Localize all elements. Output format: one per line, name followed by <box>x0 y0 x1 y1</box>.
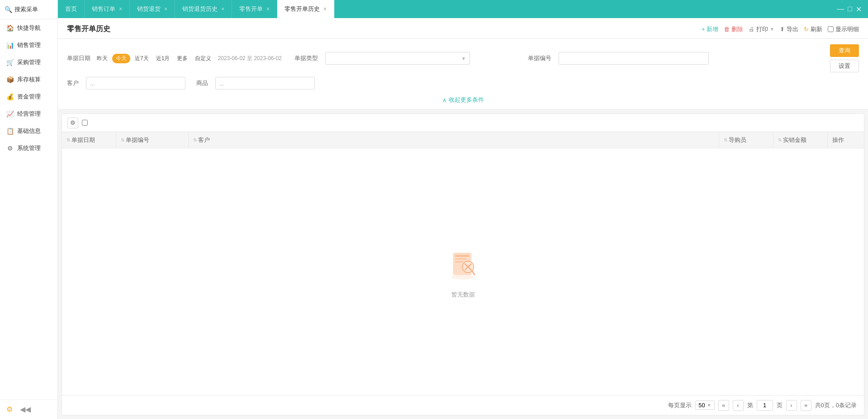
th-customer-sort-icon[interactable]: ⇅ <box>193 137 197 142</box>
refresh-button[interactable]: ↻ 刷新 <box>804 25 822 33</box>
sidebar: 🔍 搜索采单 🏠 快捷导航 📊 销售管理 🛒 采购管理 📦 库存核算 💰 资金管… <box>0 0 58 419</box>
svg-rect-3 <box>455 259 466 260</box>
filter-row-1: 单据日期 昨天 今天 近7天 近1月 更多 自定义 2023-06-02 至 2… <box>67 44 859 72</box>
main-area: 首页 销售订单 × 销货退货 × 销货退货历史 × 零售开单 × 零售开单历史 … <box>58 0 868 419</box>
pagination: 每页显示 50 ▼ « ‹ 第 页 › » <box>62 395 864 415</box>
sidebar-item-purchase-mgmt[interactable]: 🛒 采购管理 <box>0 54 57 71</box>
customer-input[interactable]: ... <box>86 77 185 89</box>
query-button[interactable]: 查询 <box>830 44 859 57</box>
page-size-select[interactable]: 50 ▼ <box>695 400 714 410</box>
inventory-icon: 📦 <box>6 76 14 83</box>
tab-retail-open-history-close[interactable]: × <box>323 6 327 12</box>
export-label: 导出 <box>787 25 798 33</box>
date-opt-7days[interactable]: 近7天 <box>132 54 152 63</box>
tab-sales-return[interactable]: 销货退货 × <box>130 0 175 18</box>
page-size-value: 50 <box>698 402 705 409</box>
tab-sales-return-label: 销货退货 <box>137 5 161 13</box>
collapse-row: ∧ 收起更多条件 <box>67 94 859 104</box>
column-settings-button[interactable]: ⚙ <box>67 118 78 128</box>
minimize-btn[interactable]: — <box>837 5 844 13</box>
svg-point-0 <box>451 275 475 280</box>
sidebar-item-sys-mgmt[interactable]: ⚙ 系统管理 <box>0 140 57 157</box>
delete-button[interactable]: 🗑 删除 <box>724 25 743 33</box>
th-amount-sort-icon[interactable]: ⇅ <box>778 137 782 142</box>
table-area: ⚙ ⇅ 单据日期 ⇅ 单据编号 ⇅ 客户 ⇅ 导购 <box>62 113 864 415</box>
empty-state: 暂无数据 <box>62 148 864 395</box>
empty-text: 暂无数据 <box>451 291 475 299</box>
content-area: 零售开单历史 + 新增 🗑 删除 🖨 打印 ▼ ⬆ 导出 <box>58 18 868 419</box>
tab-sales-return-close[interactable]: × <box>164 6 167 12</box>
tab-retail-open[interactable]: 零售开单 × <box>232 0 277 18</box>
last-page-button[interactable]: » <box>801 400 811 411</box>
tab-sales-return-history-close[interactable]: × <box>221 6 224 12</box>
svg-rect-4 <box>455 261 463 263</box>
sidebar-search-label: 搜索采单 <box>14 5 38 14</box>
select-all-checkbox[interactable] <box>82 120 88 126</box>
operation-icon: 📈 <box>6 110 14 118</box>
table-header: ⇅ 单据日期 ⇅ 单据编号 ⇅ 客户 ⇅ 导购员 ⇅ 实销金额 <box>62 132 864 148</box>
print-arrow-icon: ▼ <box>770 27 774 32</box>
empty-illustration <box>443 245 484 285</box>
close-app-btn[interactable]: ✕ <box>856 5 862 14</box>
tab-sales-order-label: 销售订单 <box>92 5 115 13</box>
tab-home[interactable]: 首页 <box>58 0 85 18</box>
sidebar-item-finance[interactable]: 💰 资金管理 <box>0 88 57 105</box>
prev-page-button[interactable]: ‹ <box>733 400 744 411</box>
date-opt-yesterday[interactable]: 昨天 <box>94 54 110 63</box>
goods-input[interactable]: ... <box>215 77 315 89</box>
tab-retail-open-close[interactable]: × <box>266 6 270 12</box>
print-icon: 🖨 <box>749 26 754 33</box>
tab-sales-order[interactable]: 销售订单 × <box>85 0 130 18</box>
sidebar-item-label: 库存核算 <box>17 75 41 84</box>
settings-bottom-icon[interactable]: ⚙ <box>6 405 13 414</box>
th-guide-sort-icon[interactable]: ⇅ <box>724 137 727 142</box>
sidebar-item-label: 经营管理 <box>17 110 41 118</box>
sys-icon: ⚙ <box>6 145 14 152</box>
th-date-label: 单据日期 <box>71 136 95 144</box>
customer-ellipsis: ... <box>90 80 95 87</box>
date-opt-today[interactable]: 今天 <box>112 54 130 63</box>
print-button[interactable]: 🖨 打印 ▼ <box>749 25 774 33</box>
collapse-button[interactable]: ∧ 收起更多条件 <box>442 96 484 104</box>
th-date-sort-icon[interactable]: ⇅ <box>66 137 70 142</box>
refresh-label: 刷新 <box>811 25 822 33</box>
display-detail-check[interactable] <box>828 26 834 32</box>
column-settings-icon: ⚙ <box>70 119 76 126</box>
th-guide-label: 导购员 <box>729 136 746 144</box>
date-opt-more[interactable]: 更多 <box>174 54 190 63</box>
date-opt-custom[interactable]: 自定义 <box>192 54 214 63</box>
del-label: 删除 <box>731 25 743 33</box>
first-page-button[interactable]: « <box>718 400 729 411</box>
tab-retail-open-history[interactable]: 零售开单历史 × <box>277 0 334 18</box>
settings-button[interactable]: 设置 <box>830 60 859 72</box>
tabbar-end: — □ ✕ <box>830 0 868 18</box>
tab-sales-order-close[interactable]: × <box>119 6 122 12</box>
num-input[interactable] <box>559 52 709 65</box>
th-date: ⇅ 单据日期 <box>62 132 116 148</box>
filter-row-2: 客户 ... 商品 ... <box>67 77 859 89</box>
print-label: 打印 <box>756 25 768 33</box>
sidebar-item-inventory[interactable]: 📦 库存核算 <box>0 71 57 88</box>
sidebar-search[interactable]: 🔍 搜索采单 <box>0 0 57 19</box>
sidebar-item-sales-mgmt[interactable]: 📊 销售管理 <box>0 37 57 54</box>
collapse-sidebar-icon[interactable]: ◀◀ <box>20 405 31 414</box>
prev-page-icon: ‹ <box>737 402 739 409</box>
restore-btn[interactable]: □ <box>848 5 852 13</box>
home-icon: 🏠 <box>6 24 14 32</box>
date-opt-1month[interactable]: 近1月 <box>153 54 173 63</box>
export-button[interactable]: ⬆ 导出 <box>780 25 798 33</box>
sidebar-item-operation[interactable]: 📈 经营管理 <box>0 105 57 122</box>
display-detail-checkbox[interactable]: 显示明细 <box>828 25 859 33</box>
th-num-sort-icon[interactable]: ⇅ <box>121 137 124 142</box>
refresh-icon: ↻ <box>804 26 809 33</box>
tab-sales-return-history[interactable]: 销货退货历史 × <box>175 0 232 18</box>
export-icon: ⬆ <box>780 26 785 33</box>
type-select[interactable]: ▼ <box>325 52 470 65</box>
sidebar-item-base-info[interactable]: 📋 基础信息 <box>0 122 57 140</box>
th-guide: ⇅ 导购员 <box>719 132 773 148</box>
sidebar-item-quick-nav[interactable]: 🏠 快捷导航 <box>0 19 57 37</box>
next-page-button[interactable]: › <box>786 400 797 411</box>
page-input[interactable] <box>757 400 773 411</box>
add-button[interactable]: + 新增 <box>702 25 718 33</box>
page-size-arrow-icon: ▼ <box>707 403 711 408</box>
